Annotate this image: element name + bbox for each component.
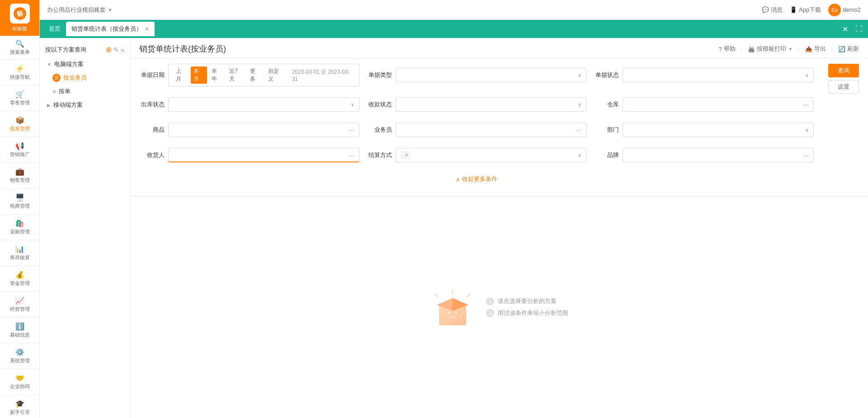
tab-sales-stat[interactable]: 销货单统计表（按业务员） ✕ (66, 22, 155, 36)
tree-item-salesperson[interactable]: 员 按业务员 (40, 71, 130, 85)
svg-point-4 (455, 312, 457, 314)
collapse-btn-label: 收起更多条件 (462, 175, 497, 183)
outstatus-control[interactable]: ∨ (168, 97, 359, 112)
empty-content: 1 请先选择要分析的方案 2 用过滤条件来缩小分析范围 (430, 285, 568, 330)
collapse-more-btn[interactable]: ∧ 收起更多条件 (456, 173, 497, 185)
filter-docstatus-item: 单据状态 ∨ (594, 68, 814, 82)
purchase-label: 采购管理 (10, 228, 30, 235)
purchase-icon: 🛍️ (15, 219, 24, 228)
avatar-initials: Ea (832, 7, 838, 13)
dropdown-arrow-icon: ▼ (108, 7, 113, 13)
filter-row-4: 收货人 ··· 结算方式 (139, 148, 814, 162)
svg-line-5 (434, 294, 438, 297)
tree-expand-icon: ▼ (47, 62, 52, 67)
finance-icon: 💰 (15, 271, 24, 279)
edit-scheme-icon[interactable]: ✎ (113, 46, 119, 53)
filter-payment-item: 收款状态 ∨ (367, 97, 587, 112)
settlement-tag-close-icon[interactable]: × (405, 152, 408, 158)
tree-item-pc[interactable]: ▼ 电脑端方案 (40, 57, 130, 71)
payment-dropdown-icon: ∨ (578, 102, 581, 108)
right-panel: 销货单统计表(按业务员) ? 帮助 | 🖨️ 按模板打印 ▼ | 📤 (130, 38, 868, 418)
docstatus-label: 单据状态 (594, 71, 619, 79)
sidebar-item-quick[interactable]: ⚡ 快捷导航 (0, 60, 39, 86)
settlement-dropdown-icon: ∨ (578, 152, 581, 158)
page-header-actions: ? 帮助 | 🖨️ 按模板打印 ▼ | 📤 导出 | (719, 45, 859, 53)
tip-num-2: 2 (486, 309, 494, 317)
sidebar-item-enterprise[interactable]: 🤝 企业协同 (0, 369, 39, 395)
tabbar: 首页 销货单统计表（按业务员） ✕ ✕ ⛶ (40, 20, 868, 38)
help-btn[interactable]: ? 帮助 (719, 45, 736, 53)
app-download-btn[interactable]: 📱 App下载 (790, 6, 821, 14)
date-tab-thisyear[interactable]: 本年 (209, 66, 225, 84)
warehouse-control[interactable]: ··· (623, 97, 814, 112)
filter-settlement-item: 结算方式 × ∨ (367, 148, 587, 162)
svg-point-3 (448, 312, 450, 314)
tabbar-actions: ✕ ⛶ (840, 23, 868, 35)
date-tab-lastmonth[interactable]: 上月 (173, 66, 189, 84)
outstatus-dropdown-icon: ∨ (351, 102, 354, 108)
brand-control[interactable]: ··· (623, 148, 814, 162)
tab-close-window-icon[interactable]: ✕ (840, 23, 850, 35)
docstatus-control[interactable]: ∨ (623, 68, 814, 82)
salesperson-control[interactable]: ··· (396, 123, 587, 137)
sidebar-item-basic[interactable]: ℹ️ 基础信息 (0, 318, 39, 343)
sidebar-item-wholesale[interactable]: 📦 批发管理 (0, 111, 39, 137)
payment-control[interactable]: ∨ (396, 97, 587, 112)
date-control[interactable]: 上月 本月 本年 近7天 更多 自定义 2023-03-01 至 2023-03… (168, 64, 359, 86)
product-control[interactable]: ··· (168, 123, 359, 137)
settings-button[interactable]: 设置 (828, 80, 859, 94)
salesperson-dots-icon: ··· (576, 126, 582, 133)
sidebar-item-newbie[interactable]: 🎓 新手引导 (0, 395, 39, 418)
date-tab-custom[interactable]: 自定义 (265, 66, 287, 84)
sidebar-item-business[interactable]: 📈 经营管理 (0, 292, 39, 318)
tree-item-mobile[interactable]: ▶ 移动端方案 (40, 98, 130, 112)
sidebar-item-purchase[interactable]: 🛍️ 采购管理 (0, 214, 39, 240)
quick-label: 快捷导航 (10, 74, 30, 81)
inventory-icon: 📊 (15, 245, 24, 253)
date-tab-thismonth[interactable]: 本月 (191, 66, 207, 84)
export-label: 导出 (814, 45, 826, 53)
sidebar-logo[interactable]: 畅 标账版 (0, 0, 39, 36)
finance-label: 资金管理 (10, 280, 30, 287)
sidebar-item-system[interactable]: ⚙️ 系统管理 (0, 343, 39, 369)
date-tab-7days[interactable]: 近7天 (226, 66, 245, 84)
settlement-control[interactable]: × ∨ (396, 148, 587, 162)
sidebar-item-retail[interactable]: 🛒 零售管理 (0, 86, 39, 111)
sidebar-item-marketing[interactable]: 📢 营销推广 (0, 137, 39, 163)
account-selector[interactable]: 办公用品行业模拟账套 ▼ (47, 6, 113, 14)
tab-close-icon[interactable]: ✕ (145, 26, 149, 32)
sidebar-item-inventory[interactable]: 📊 库存核算 (0, 240, 39, 266)
help-icon: ? (719, 46, 722, 52)
payment-label: 收款状态 (367, 100, 392, 109)
department-control[interactable]: ∨ (623, 123, 814, 137)
doctype-label: 单据类型 (367, 71, 392, 79)
add-scheme-icon[interactable]: ⊕ (106, 45, 112, 54)
system-label: 系统管理 (10, 357, 30, 364)
date-tab-more[interactable]: 更多 (247, 66, 263, 84)
tree-item-byorder[interactable]: ≡ 按单 (40, 85, 130, 98)
tip-1-text: 请先选择要分析的方案 (498, 297, 557, 305)
search-label: 搜索菜单 (10, 49, 30, 56)
business-label: 经营管理 (10, 306, 30, 313)
tab-home[interactable]: 首页 (43, 22, 66, 36)
sidebar-search[interactable]: 🔍 搜索菜单 (0, 36, 39, 60)
sidebar-item-finance[interactable]: 💰 资金管理 (0, 266, 39, 292)
sidebar-item-ecom[interactable]: 🖥️ 电商管理 (0, 189, 39, 214)
receiver-control[interactable]: ··· (168, 148, 359, 162)
tab-maximize-icon[interactable]: ⛶ (854, 23, 864, 35)
refresh-btn[interactable]: 🔄 刷新 (838, 45, 859, 53)
print-btn[interactable]: 🖨️ 按模板打印 ▼ (748, 45, 793, 53)
inventory-label: 库存核算 (10, 254, 30, 261)
doctype-control[interactable]: ∨ (396, 68, 587, 82)
tree-collapse-icon: ▶ (47, 103, 51, 108)
marketing-icon: 📢 (15, 142, 24, 150)
empty-state: 1 请先选择要分析的方案 2 用过滤条件来缩小分析范围 (130, 196, 868, 418)
export-btn[interactable]: 📤 导出 (805, 45, 826, 53)
message-btn[interactable]: 💬 消息 (762, 6, 783, 14)
page-header: 销货单统计表(按业务员) ? 帮助 | 🖨️ 按模板打印 ▼ | 📤 (130, 38, 868, 58)
department-label: 部门 (594, 126, 619, 134)
sidebar-item-sales[interactable]: 💼 销售管理 (0, 163, 39, 189)
query-button[interactable]: 查询 (828, 64, 859, 77)
user-profile-btn[interactable]: Ea demo2 (828, 4, 861, 16)
collapse-panel-icon[interactable]: « (121, 46, 124, 53)
